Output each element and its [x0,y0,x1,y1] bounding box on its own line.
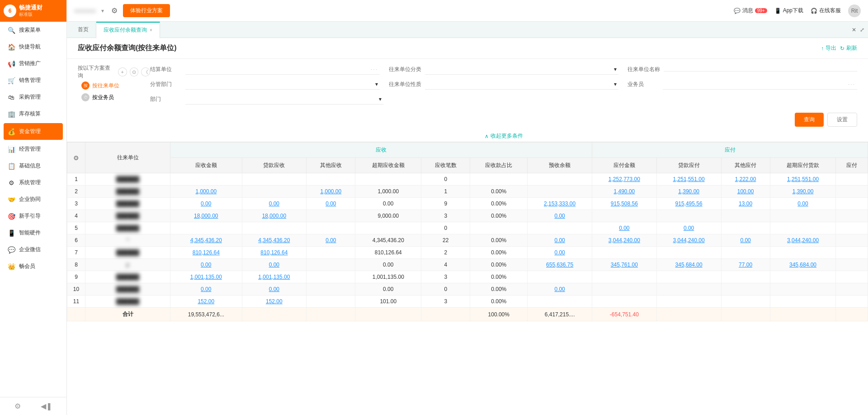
tab-ar-ap[interactable]: 应收应付余额查询 × [96,22,160,38]
table-cell[interactable] [528,173,592,186]
table-cell[interactable] [242,186,307,198]
table-cell[interactable]: 345,761.00 [592,259,657,271]
table-cell[interactable]: 810,126.64 [170,247,242,259]
table-cell[interactable]: 0.00 [170,259,242,271]
table-cell[interactable]: 1,390.00 [656,186,721,198]
add-scheme-button[interactable]: + [118,67,127,76]
table-cell[interactable] [307,283,355,296]
table-cell[interactable] [242,173,307,186]
sidebar-item-guide[interactable]: 🎯 新手引导 [0,208,66,224]
app-download-button[interactable]: 📱 App下载 [774,7,803,14]
sidebar-item-hardware[interactable]: 📱 智能硬件 [0,224,66,241]
table-cell[interactable] [656,296,721,308]
table-cell[interactable]: 1,000.00 [170,186,242,198]
table-cell[interactable] [307,271,355,283]
table-cell[interactable]: 3,044,240.00 [770,234,836,247]
table-cell[interactable] [770,222,836,234]
table-cell[interactable] [307,222,355,234]
table-cell[interactable]: 0.00 [528,234,592,247]
table-cell[interactable]: 152.00 [242,296,307,308]
table-cell[interactable] [770,271,836,283]
table-cell[interactable]: 152.00 [170,296,242,308]
table-cell[interactable]: 345,684.00 [770,259,836,271]
table-cell[interactable]: 915,508.56 [592,198,657,210]
scheme-collapse-button[interactable]: 《 [141,67,150,76]
scheme-settings-button[interactable]: ⊙ [130,67,139,76]
table-cell[interactable]: 0.00 [528,210,592,222]
table-cell[interactable] [770,283,836,296]
table-cell[interactable]: 0.00 [770,198,836,210]
table-cell[interactable] [721,222,770,234]
table-cell[interactable] [528,271,592,283]
filter-input-dept-manager[interactable]: ▾ [185,79,380,90]
table-cell[interactable] [592,247,657,259]
table-settings-icon[interactable]: ⚙ [73,154,79,162]
table-cell[interactable]: 0.00 [721,234,770,247]
user-avatar[interactable]: Rit [848,5,861,17]
table-cell[interactable] [592,283,657,296]
table-cell[interactable]: 4,345,436.20 [242,234,307,247]
table-cell[interactable] [656,247,721,259]
table-cell[interactable] [307,296,355,308]
table-cell[interactable]: 18,000.00 [242,210,307,222]
table-cell[interactable]: 1,001,135.00 [170,271,242,283]
table-cell[interactable] [592,271,657,283]
sidebar-item-vip[interactable]: 👑 畅会员 [0,258,66,275]
sidebar-item-base[interactable]: 📋 基础信息 [0,157,66,174]
table-cell[interactable] [770,247,836,259]
sidebar-item-corp[interactable]: 🤝 企业协同 [0,191,66,208]
table-cell[interactable]: 0.00 [528,283,592,296]
table-cell[interactable] [307,247,355,259]
table-cell[interactable]: 915,495.56 [656,198,721,210]
scheme-by-staff[interactable]: ⏱ 按业务员 [78,91,150,103]
table-cell[interactable]: 0.00 [170,283,242,296]
table-cell[interactable] [592,296,657,308]
settings-button[interactable]: 设置 [827,113,857,127]
table-cell[interactable] [528,222,592,234]
table-cell[interactable]: 810,126.64 [242,247,307,259]
table-cell[interactable]: 0.00 [656,222,721,234]
sidebar-item-wechat[interactable]: 💬 企业微信 [0,241,66,258]
sidebar-item-sales[interactable]: 🛒 销售管理 [0,72,66,89]
table-cell[interactable] [770,296,836,308]
sidebar-item-marketing[interactable]: 📢 营销推广 [0,55,66,72]
table-cell[interactable]: 13.00 [721,198,770,210]
filter-input-unit-name[interactable] [664,67,857,72]
table-cell[interactable] [721,271,770,283]
filter-input-unit-nature[interactable]: ▾ [425,79,618,90]
breadcrumb-chevron[interactable]: ▾ [101,8,104,14]
table-cell[interactable] [307,173,355,186]
table-cell[interactable]: 0.00 [242,259,307,271]
table-cell[interactable]: 0.00 [307,198,355,210]
tab-home[interactable]: 首页 [71,22,96,38]
table-cell[interactable] [656,271,721,283]
table-cell[interactable] [307,210,355,222]
filter-input-dept[interactable]: ▾ [185,94,383,105]
table-cell[interactable] [721,283,770,296]
table-cell[interactable]: 1,222.00 [721,173,770,186]
topbar-gear-icon[interactable]: ⚙ [111,6,118,15]
table-cell[interactable]: 100.00 [721,186,770,198]
table-cell[interactable]: 1,000.00 [307,186,355,198]
table-cell[interactable]: 1,490.00 [592,186,657,198]
table-cell[interactable] [770,210,836,222]
table-cell[interactable]: 345,684.00 [656,259,721,271]
table-cell[interactable]: 77.00 [721,259,770,271]
table-cell[interactable] [242,222,307,234]
window-close-icon[interactable]: ✕ [852,27,856,33]
collapse-button[interactable]: ∧ 收起更多条件 [150,130,857,142]
window-maximize-icon[interactable]: ⤢ [860,27,864,33]
messages-button[interactable]: 💬 消息 99+ [734,7,767,14]
table-cell[interactable]: 18,000.00 [170,210,242,222]
table-cell[interactable]: 2,153,333.00 [528,198,592,210]
table-cell[interactable]: 1,251,551.00 [770,173,836,186]
sidebar-item-nav[interactable]: 🏠 快捷导航 [0,38,66,55]
table-cell[interactable]: 0.00 [242,198,307,210]
query-button[interactable]: 查询 [795,113,824,127]
table-cell[interactable]: 1,390.00 [770,186,836,198]
settings-icon[interactable]: ⚙ [14,402,21,410]
table-cell[interactable] [170,222,242,234]
filter-input-salesperson[interactable]: ··· [663,79,857,90]
table-cell[interactable] [721,296,770,308]
sidebar-item-warehouse[interactable]: 🏢 库存核算 [0,105,66,122]
